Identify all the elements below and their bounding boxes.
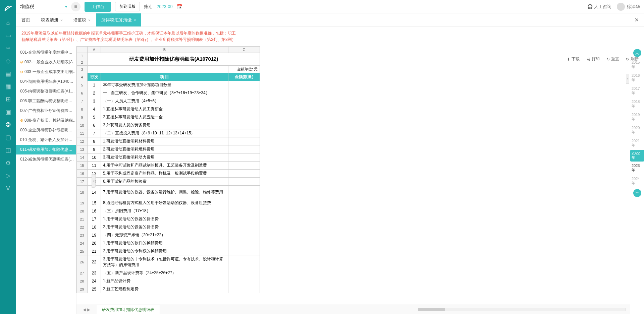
close-icon[interactable]: × <box>134 18 136 22</box>
cell-item[interactable]: 1.用于研发活动的软件的摊销费用 <box>101 239 228 247</box>
col-header-c[interactable]: C <box>228 47 260 53</box>
row-header[interactable]: 5 <box>77 81 88 89</box>
cell-item[interactable]: 1.直接从事研发活动人员工资薪金 <box>101 105 228 113</box>
row-header[interactable]: 24 <box>77 239 88 247</box>
tree-item-11[interactable]: 012-减免所得税优惠明细表(… <box>16 154 76 164</box>
cell-amount[interactable] <box>228 129 260 137</box>
cell-hx[interactable]: 16 <box>88 207 101 215</box>
row-header[interactable]: 19 <box>77 199 88 207</box>
tax-type-dropdown[interactable]: 增值税 ▾ <box>20 4 67 10</box>
cell-hx[interactable]: 6 <box>88 121 101 129</box>
year-down-button[interactable]: ︾ <box>633 189 641 197</box>
year-2021年[interactable]: 2021年 <box>630 137 644 150</box>
close-all-tabs[interactable]: × <box>629 16 644 24</box>
cell-item[interactable]: 5.用于不构成固定资产的样品、样机及一般测试手段购置费 <box>101 170 228 178</box>
nav-doc-icon[interactable]: ▭ <box>5 32 11 39</box>
list-button[interactable]: ≡ <box>71 2 80 11</box>
tree-item-3[interactable]: 004-期间费用明细表(A1040… <box>16 77 76 86</box>
period-value[interactable]: 2023-09 <box>157 4 173 9</box>
cell-item[interactable]: 2.用于研发活动的专利权的摊销费用 <box>101 247 228 255</box>
nav-video-icon[interactable]: ▷ <box>5 172 11 179</box>
cell-amount[interactable] <box>228 97 260 105</box>
year-2018年[interactable]: 2018年 <box>630 98 644 111</box>
year-2020年[interactable]: 2020年 <box>630 124 644 137</box>
cell-amount[interactable] <box>228 89 260 97</box>
row-header[interactable]: 29 <box>77 285 88 293</box>
cell-item[interactable]: 7.用于研发活动的仪器、设备的运行维护、调整、检验、维修等费用 <box>101 186 228 199</box>
cell-hx[interactable]: 4 <box>88 105 101 113</box>
tree-item-6[interactable]: 007-广告费和业务宣传费跨… <box>16 106 76 116</box>
row-header[interactable]: 1 <box>77 53 88 59</box>
cell-amount[interactable] <box>228 121 260 129</box>
nav-home-icon[interactable]: ⌂ <box>5 19 11 26</box>
nav-form-icon[interactable]: ▦ <box>5 83 11 90</box>
nav-inbox-icon[interactable]: ◫ <box>5 147 11 153</box>
cell-hx[interactable]: 2 <box>88 89 101 97</box>
cell-amount[interactable] <box>228 269 260 277</box>
cell-item[interactable]: 2.直接从事研发活动人员五险一金 <box>101 113 228 121</box>
cell-amount[interactable] <box>228 215 260 223</box>
cell-hx[interactable]: 10 <box>88 153 101 162</box>
row-header[interactable]: 10 <box>77 121 88 129</box>
cell-item[interactable]: 3.外聘研发人员的劳务费用 <box>101 121 228 129</box>
tab-1[interactable]: 税表清册× <box>36 13 68 26</box>
row-header[interactable]: 25 <box>77 247 88 255</box>
cell-item[interactable]: 本年可享受研发费用加计扣除项目数量 <box>101 81 228 89</box>
cell-hx[interactable]: 7 <box>88 129 101 137</box>
tab-0[interactable]: 首页 <box>16 13 36 26</box>
cell-item[interactable]: （五）新产品设计费等（24+25+26+27） <box>101 269 228 277</box>
year-2016年[interactable]: 2016年 <box>630 71 644 84</box>
cell-hx[interactable]: 8 <box>88 137 101 145</box>
year-2017年[interactable]: 2017年 <box>630 84 644 98</box>
collapse-tree-handle[interactable]: « <box>92 174 96 188</box>
row-header[interactable]: 21 <box>77 215 88 223</box>
cell-amount[interactable] <box>228 285 260 293</box>
row-header[interactable]: 9 <box>77 113 88 121</box>
cell-hx[interactable]: 25 <box>88 285 101 293</box>
tree-item-1[interactable]: ⊘002-一般企业收入明细表(A… <box>16 57 76 67</box>
cell-amount[interactable] <box>228 145 260 153</box>
year-2024年[interactable]: 2024年 <box>630 175 644 188</box>
row-header[interactable]: 17 <box>77 178 88 186</box>
row-header[interactable]: 14 <box>77 153 88 162</box>
sheet-tab-active[interactable]: 研发费用加计扣除优惠明细表 <box>97 305 160 314</box>
tree-item-2[interactable]: ⊘003-一般企业成本支出明细… <box>16 67 76 77</box>
cell-item[interactable]: 3.用于研发活动的非专利技术（包括许可证、专有技术、设计和计算方法等）的摊销费用 <box>101 255 228 269</box>
cell-hx[interactable]: 9 <box>88 145 101 153</box>
cell-amount[interactable] <box>228 81 260 89</box>
cell-item[interactable]: 4.用于中间试验和产品试制的模具、工艺装备开发及制造费 <box>101 162 228 170</box>
cell-hx[interactable]: 11 <box>88 162 101 170</box>
nav-money-icon[interactable]: ◇ <box>5 58 11 64</box>
cell-item[interactable]: 1.用于研发活动的仪器的折旧费 <box>101 215 228 223</box>
cell-amount[interactable] <box>228 223 260 231</box>
cell-item[interactable]: 2.用于研发活动的设备的折旧费 <box>101 223 228 231</box>
cell-item[interactable]: 一、自主研发、合作研发、集中研发（3+7+16+19+23+34） <box>101 89 228 97</box>
year-2022年[interactable]: 2022年 <box>630 150 644 162</box>
switch-old-button[interactable]: 切到旧版 <box>115 2 140 11</box>
row-header[interactable]: 23 <box>77 231 88 239</box>
cell-hx[interactable]: 18 <box>88 223 101 231</box>
row-header[interactable]: 26 <box>77 255 88 269</box>
cell-amount[interactable] <box>228 255 260 269</box>
row-header[interactable]: 20 <box>77 207 88 215</box>
spreadsheet-scroll[interactable]: A B C 1研发费用加计扣除优惠明细表(A107012) 2 3金额单位: 元… <box>76 46 630 305</box>
close-icon[interactable]: × <box>60 18 62 22</box>
row-header[interactable]: 12 <box>77 137 88 145</box>
nav-clipboard-icon[interactable]: ▤ <box>5 70 11 77</box>
cell-amount[interactable] <box>228 199 260 207</box>
cell-amount[interactable] <box>228 231 260 239</box>
cell-amount[interactable] <box>228 170 260 178</box>
corner-cell[interactable] <box>77 47 88 53</box>
tree-item-7[interactable]: ⊘008-资产折旧、摊销及纳税… <box>16 116 76 125</box>
expand-year-handle[interactable]: » <box>626 74 629 84</box>
cell-hx[interactable]: 22 <box>88 255 101 269</box>
tree-item-4[interactable]: 005-纳税调整项目明细表(A1… <box>16 86 76 96</box>
row-header[interactable]: 7 <box>77 97 88 105</box>
row-header[interactable]: 22 <box>77 223 88 231</box>
user-menu[interactable]: 徐泽华 <box>617 3 640 11</box>
row-header[interactable]: 28 <box>77 277 88 285</box>
nav-archive-icon[interactable]: ▢ <box>5 134 11 141</box>
cell-item[interactable]: （一）人员人工费用（4+5+6） <box>101 97 228 105</box>
tab-3[interactable]: 所得税汇算清缴× <box>96 13 141 26</box>
cell-item[interactable]: 1.新产品设计费 <box>101 277 228 285</box>
